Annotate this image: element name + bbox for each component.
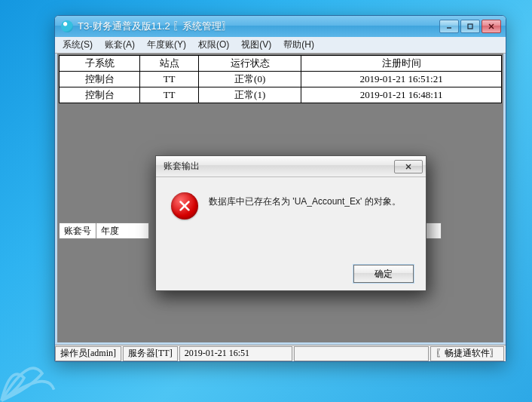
ok-button[interactable]: 确定 <box>353 265 414 283</box>
dialog-title: 账套输出 <box>164 160 394 173</box>
col-status: 运行状态 <box>199 56 301 72</box>
menu-view[interactable]: 视图(V) <box>235 37 277 53</box>
client-area: 子系统 站点 运行状态 注册时间 控制台 TT 正常(0) 2019-01-21… <box>55 54 506 345</box>
label-year: 年度 <box>96 223 124 239</box>
filter-bar: 账套号 年度 <box>59 222 149 239</box>
error-icon <box>171 192 198 219</box>
col-site: 站点 <box>140 56 199 72</box>
menu-bar: 系统(S) 账套(A) 年度账(Y) 权限(O) 视图(V) 帮助(H) <box>55 37 506 54</box>
dialog-message: 数据库中已存在名为 'UA_Account_Ex' 的对象。 <box>209 192 401 208</box>
table-header-row: 子系统 站点 运行状态 注册时间 <box>60 56 502 72</box>
dialog-close-button[interactable] <box>394 160 423 173</box>
status-server: 服务器[TT] <box>123 346 178 361</box>
close-button[interactable] <box>482 20 501 33</box>
menu-account[interactable]: 账套(A) <box>99 37 141 53</box>
status-bar: 操作员[admin] 服务器[TT] 2019-01-21 16:51 〖畅捷通… <box>55 345 506 361</box>
svg-rect-1 <box>468 24 472 29</box>
menu-help[interactable]: 帮助(H) <box>277 37 320 53</box>
menu-year[interactable]: 年度账(Y) <box>141 37 192 53</box>
window-titlebar: T3-财务通普及版11.2 〖系统管理〗 <box>55 16 506 37</box>
error-dialog: 账套输出 数据库中已存在名为 'UA_Account_Ex' 的对象。 确定 <box>155 155 427 291</box>
menu-permission[interactable]: 权限(O) <box>192 37 235 53</box>
session-table: 子系统 站点 运行状态 注册时间 控制台 TT 正常(0) 2019-01-21… <box>59 55 502 103</box>
status-time: 2019-01-21 16:51 <box>179 346 292 361</box>
maximize-button[interactable] <box>460 20 480 33</box>
label-account-no: 账套号 <box>60 223 96 239</box>
window-title: T3-财务通普及版11.2 〖系统管理〗 <box>78 20 439 33</box>
status-operator: 操作员[admin] <box>55 346 121 361</box>
col-subsystem: 子系统 <box>60 56 140 72</box>
minimize-button[interactable] <box>439 20 459 33</box>
menu-system[interactable]: 系统(S) <box>57 37 99 53</box>
status-spacer <box>294 346 429 361</box>
app-icon <box>61 20 73 32</box>
main-window: T3-财务通普及版11.2 〖系统管理〗 系统(S) 账套(A) 年度账(Y) … <box>54 15 506 362</box>
dialog-titlebar: 账套输出 <box>156 156 426 177</box>
status-brand: 〖畅捷通软件〗 <box>430 346 504 361</box>
col-regtime: 注册时间 <box>301 56 502 72</box>
table-row[interactable]: 控制台 TT 正常(0) 2019-01-21 16:51:21 <box>60 72 502 87</box>
table-row[interactable]: 控制台 TT 正常(1) 2019-01-21 16:48:11 <box>60 87 502 103</box>
